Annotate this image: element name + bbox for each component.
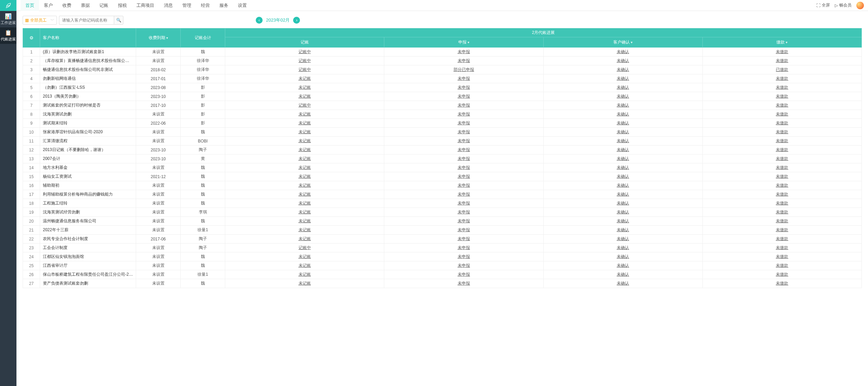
declare-status-link[interactable]: 未申报 — [458, 227, 470, 232]
declare-status-link[interactable]: 未申报 — [458, 281, 470, 286]
confirm-status-link[interactable]: 未确认 — [617, 85, 629, 90]
col-name[interactable]: 客户名称 — [40, 28, 136, 48]
top-tab-服务[interactable]: 服务 — [215, 0, 233, 11]
sidebar-item-0[interactable]: 📊工作进展 — [0, 11, 16, 27]
payment-status-link[interactable]: 未缴款 — [776, 183, 788, 188]
top-tab-设置[interactable]: 设置 — [233, 0, 252, 11]
fullscreen-button[interactable]: ⛶ 全屏 — [816, 2, 830, 8]
bookkeeping-status-link[interactable]: 未记账 — [299, 192, 311, 197]
col-accountant[interactable]: 记账会计 — [181, 28, 225, 48]
payment-status-link[interactable]: 未缴款 — [776, 121, 788, 125]
customer-name[interactable]: 江都区仙女镇泡泡面馆 — [40, 252, 136, 261]
customer-name[interactable]: 测试账套的凭证打印的时候是否 — [40, 101, 136, 110]
payment-status-link[interactable]: 未缴款 — [776, 58, 788, 63]
col-fee-due[interactable]: 收费到期▾ — [136, 28, 181, 48]
confirm-status-link[interactable]: 未确认 — [617, 103, 629, 108]
payment-status-link[interactable]: 未缴款 — [776, 138, 788, 143]
confirm-status-link[interactable]: 未确认 — [617, 76, 629, 81]
confirm-status-link[interactable]: 未确认 — [617, 49, 629, 54]
next-month-button[interactable]: › — [293, 17, 300, 24]
customer-name[interactable]: 资产负债表测试账套勿删 — [40, 279, 136, 288]
payment-status-link[interactable]: 未缴款 — [776, 156, 788, 161]
confirm-status-link[interactable]: 未确认 — [617, 227, 629, 232]
top-tab-收费[interactable]: 收费 — [58, 0, 76, 11]
payment-status-link[interactable]: 未缴款 — [776, 165, 788, 170]
bookkeeping-status-link[interactable]: 未记账 — [299, 263, 311, 268]
payment-status-link[interactable]: 未缴款 — [776, 210, 788, 214]
top-tab-消息[interactable]: 消息 — [159, 0, 178, 11]
payment-status-link[interactable]: 未缴款 — [776, 49, 788, 54]
customer-name[interactable]: 张家港厚谊针织品有限公司-2020 — [40, 128, 136, 137]
search-button[interactable]: 🔍 — [114, 16, 123, 25]
confirm-status-link[interactable]: 未确认 — [617, 183, 629, 188]
declare-status-link[interactable]: 未申报 — [458, 254, 470, 259]
confirm-status-link[interactable]: 未确认 — [617, 272, 629, 277]
customer-name[interactable]: 杨仙女工资测试 — [40, 172, 136, 181]
confirm-status-link[interactable]: 未确认 — [617, 201, 629, 206]
customer-name[interactable]: 汇算清缴流程 — [40, 137, 136, 146]
top-tab-管理[interactable]: 管理 — [178, 0, 196, 11]
payment-status-link[interactable]: 未缴款 — [776, 94, 788, 99]
col-declare[interactable]: 申报▾ — [384, 37, 543, 48]
payment-status-link[interactable]: 未缴款 — [776, 201, 788, 206]
confirm-status-link[interactable]: 未确认 — [617, 210, 629, 214]
declare-status-link[interactable]: 未申报 — [458, 76, 470, 81]
confirm-status-link[interactable]: 未确认 — [617, 174, 629, 179]
employee-select[interactable]: ▦ 全部员工 ﹀ — [23, 16, 57, 25]
confirm-status-link[interactable]: 未确认 — [617, 112, 629, 116]
bookkeeping-status-link[interactable]: 未记账 — [299, 183, 311, 188]
top-tab-工商项目[interactable]: 工商项目 — [132, 0, 159, 11]
declare-status-link[interactable]: 未申报 — [458, 201, 470, 206]
declare-status-link[interactable]: 未申报 — [458, 121, 470, 125]
declare-status-link[interactable]: 未申报 — [458, 165, 470, 170]
declare-status-link[interactable]: 未申报 — [458, 147, 470, 152]
declare-status-link[interactable]: 未申报 — [458, 103, 470, 108]
top-tab-经营[interactable]: 经营 — [196, 0, 215, 11]
declare-status-link[interactable]: 未申报 — [458, 129, 470, 134]
customer-name[interactable]: 地方水利基金 — [40, 163, 136, 172]
top-tab-报税[interactable]: 报税 — [113, 0, 132, 11]
user-avatar[interactable] — [856, 2, 864, 9]
customer-name[interactable]: 温州畅捷通信息服务有限公司 — [40, 217, 136, 226]
sidebar-item-1[interactable]: 📋代账进展 — [0, 27, 16, 44]
customer-name[interactable]: 农民专业合作社会计制度 — [40, 235, 136, 244]
declare-status-link[interactable]: 未申报 — [458, 174, 470, 179]
customer-name[interactable]: 2013（陶美芳勿删） — [40, 92, 136, 101]
bookkeeping-status-link[interactable]: 记账中 — [299, 67, 311, 72]
customer-name[interactable]: (原）误删勿改李艳芬测试账套新1 — [40, 48, 136, 57]
bookkeeping-status-link[interactable]: 未记账 — [299, 94, 311, 99]
bookkeeping-status-link[interactable]: 未记账 — [299, 129, 311, 134]
payment-status-link[interactable]: 未缴款 — [776, 254, 788, 259]
declare-status-link[interactable]: 未申报 — [458, 219, 470, 223]
bookkeeping-status-link[interactable]: 未记账 — [299, 210, 311, 214]
confirm-status-link[interactable]: 未确认 — [617, 147, 629, 152]
bookkeeping-status-link[interactable]: 未记账 — [299, 254, 311, 259]
declare-status-link[interactable]: 未申报 — [458, 245, 470, 250]
confirm-status-link[interactable]: 未确认 — [617, 245, 629, 250]
declare-status-link[interactable]: 未申报 — [458, 263, 470, 268]
customer-name[interactable]: 勿删新锐网络通信 — [40, 74, 136, 83]
confirm-status-link[interactable]: 未确认 — [617, 67, 629, 72]
customer-name[interactable]: 2007会计 — [40, 154, 136, 163]
payment-status-link[interactable]: 未缴款 — [776, 129, 788, 134]
payment-status-link[interactable]: 未缴款 — [776, 245, 788, 250]
payment-status-link[interactable]: 未缴款 — [776, 219, 788, 223]
bookkeeping-status-link[interactable]: 未记账 — [299, 165, 311, 170]
bookkeeping-status-link[interactable]: 未记账 — [299, 227, 311, 232]
bookkeeping-status-link[interactable]: 未记账 — [299, 85, 311, 90]
confirm-status-link[interactable]: 未确认 — [617, 138, 629, 143]
bookkeeping-status-link[interactable]: 未记账 — [299, 121, 311, 125]
top-tab-票据[interactable]: 票据 — [76, 0, 95, 11]
bookkeeping-status-link[interactable]: 未记账 — [299, 236, 311, 241]
customer-name[interactable]: 畅捷通信息技术股份有限公司民非测试 — [40, 65, 136, 74]
confirm-status-link[interactable]: 未确认 — [617, 129, 629, 134]
payment-status-link[interactable]: 未缴款 — [776, 272, 788, 277]
declare-status-link[interactable]: 未申报 — [458, 85, 470, 90]
confirm-status-link[interactable]: 未确认 — [617, 58, 629, 63]
bookkeeping-status-link[interactable]: 未记账 — [299, 147, 311, 152]
payment-status-link[interactable]: 已缴款 — [776, 67, 788, 72]
payment-status-link[interactable]: 未缴款 — [776, 236, 788, 241]
payment-status-link[interactable]: 未缴款 — [776, 147, 788, 152]
prev-month-button[interactable]: ‹ — [256, 17, 263, 24]
col-confirm[interactable]: 客户确认▾ — [543, 37, 702, 48]
